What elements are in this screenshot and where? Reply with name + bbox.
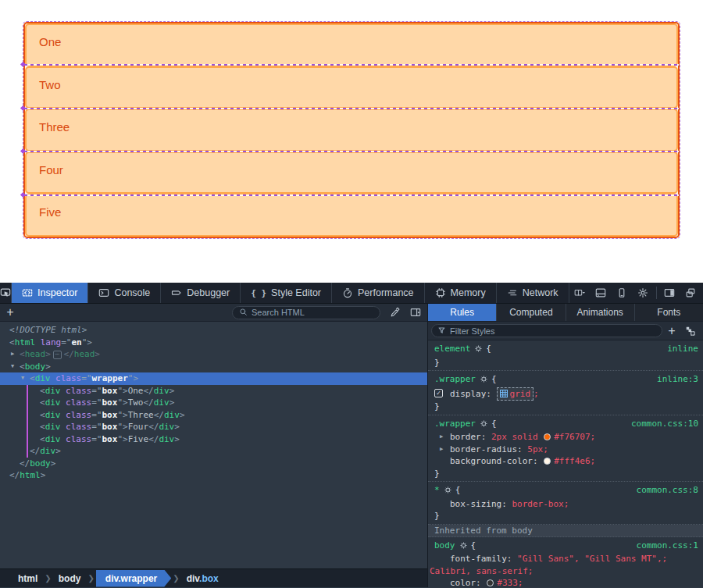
rule-gear-icon xyxy=(474,344,483,357)
css-property-name[interactable]: display: xyxy=(450,389,497,399)
color-swatch[interactable] xyxy=(487,579,494,586)
markup-line[interactable]: <!DOCTYPE html> xyxy=(0,324,427,337)
add-node-button[interactable]: + xyxy=(0,305,20,321)
inspector-icon xyxy=(22,287,33,298)
add-rule-icon[interactable]: + xyxy=(662,324,681,338)
element-picker-icon[interactable] xyxy=(0,283,12,303)
separate-window-icon[interactable] xyxy=(680,283,701,303)
markup-line[interactable]: <html lang="en"> xyxy=(0,337,427,349)
code-segment: > xyxy=(95,349,100,359)
code-segment: < xyxy=(9,337,15,347)
css-declaration[interactable]: color: #333; xyxy=(428,577,703,587)
rule-selector[interactable]: body xyxy=(434,540,455,551)
expand-shorthand-icon[interactable]: ▶ xyxy=(440,444,443,456)
css-value-wrapped[interactable]: Calibri, sans-serif; xyxy=(428,565,703,578)
css-value[interactable]: #f76707 xyxy=(554,432,590,442)
tab-performance[interactable]: Performance xyxy=(332,283,425,303)
markup-line[interactable]: <div class="box">One</div> xyxy=(0,385,427,397)
toggle-pseudo-classes-icon[interactable] xyxy=(681,326,700,337)
tab-network[interactable]: Network xyxy=(497,283,569,303)
markup-line[interactable]: <div class="box">Three</div> xyxy=(0,409,427,422)
breadcrumb-separator-icon: ❯ xyxy=(87,574,94,583)
css-value[interactable]: 2px solid xyxy=(491,432,543,442)
expand-arrow-icon[interactable]: ▼ xyxy=(21,372,24,385)
settings-gear-icon[interactable] xyxy=(633,283,654,303)
rule-selector[interactable]: * xyxy=(434,485,440,495)
collapsed-content-badge[interactable]: ⋯ xyxy=(53,351,62,359)
css-property-name[interactable]: font-family: xyxy=(450,554,517,564)
css-property-name[interactable]: box-sizing: xyxy=(450,499,512,509)
grid-highlight-toggle[interactable]: grid xyxy=(497,387,534,401)
filter-styles-input[interactable]: Filter Styles xyxy=(431,324,662,337)
markup-line[interactable]: <div class="box">Two</div> xyxy=(0,397,427,409)
markup-line[interactable]: </div> xyxy=(0,445,427,458)
declaration-checkbox[interactable]: ✓ xyxy=(434,389,443,397)
expand-shorthand-icon[interactable]: ▶ xyxy=(440,431,443,444)
markup-line[interactable]: ▼<body> xyxy=(0,361,427,373)
stylesheet-link[interactable]: common.css:10 xyxy=(631,418,698,430)
breadcrumb-item-div[interactable]: div.box xyxy=(180,573,226,584)
code-segment: < xyxy=(20,362,25,372)
rule-selector[interactable]: .wrapper xyxy=(434,374,476,384)
css-declaration[interactable]: ▶border-radius: 5px; xyxy=(428,444,703,456)
css-value[interactable]: #333 xyxy=(497,578,518,587)
code-segment: < xyxy=(30,373,35,383)
sidebar-tab-animations[interactable]: Animations xyxy=(566,304,635,321)
tab-memory[interactable]: Memory xyxy=(425,283,497,303)
color-swatch[interactable] xyxy=(544,458,551,465)
dock-side-icon[interactable] xyxy=(659,283,680,303)
stylesheet-link[interactable]: inline:3 xyxy=(657,373,698,386)
markup-line[interactable]: ▶<head>⋯</head> xyxy=(0,348,427,361)
css-declaration[interactable]: ▶border: 2px solid #f76707; xyxy=(428,431,703,444)
stylesheet-link[interactable]: common.css:1 xyxy=(637,540,698,552)
color-swatch[interactable] xyxy=(544,433,551,440)
css-value[interactable]: 5px xyxy=(527,444,543,454)
three-pane-toggle-icon[interactable] xyxy=(405,307,426,318)
code-segment: > xyxy=(170,386,175,396)
sidebar-tab-fonts[interactable]: Fonts xyxy=(635,304,703,321)
css-property-name[interactable]: border: xyxy=(450,432,491,442)
css-value[interactable]: #fff4e6 xyxy=(554,456,590,466)
css-declaration[interactable]: ✓display: grid; xyxy=(428,387,703,401)
markup-line[interactable]: <div class="box">Five</div> xyxy=(0,433,427,446)
markup-line-selected[interactable]: ▼<div class="wrapper"> xyxy=(0,372,427,385)
split-console-icon[interactable] xyxy=(591,283,612,303)
css-property-name[interactable]: background-color: xyxy=(450,456,543,466)
expand-arrow-icon[interactable]: ▶ xyxy=(11,348,14,361)
markup-line[interactable]: </html> xyxy=(0,469,427,482)
css-value[interactable]: grid xyxy=(510,389,531,399)
toolbar-separator xyxy=(656,287,657,299)
code-segment: box xyxy=(102,422,118,432)
breadcrumb-item-html[interactable]: html xyxy=(11,573,45,584)
breadcrumb-item-body[interactable]: body xyxy=(52,573,88,584)
child-guide-line xyxy=(27,421,28,433)
css-declaration[interactable]: box-sizing: border-box; xyxy=(428,498,703,511)
tab-debugger[interactable]: Debugger xyxy=(161,283,241,303)
tab-console[interactable]: Console xyxy=(88,283,161,303)
tab-inspector[interactable]: Inspector xyxy=(12,283,88,303)
search-html-input[interactable]: Search HTML xyxy=(232,306,380,319)
sidebar-tab-rules[interactable]: Rules xyxy=(428,304,497,321)
css-declaration[interactable]: font-family: "Gill Sans", "Gill Sans MT"… xyxy=(428,553,703,565)
css-property-name[interactable]: border-radius: xyxy=(450,444,527,454)
css-value[interactable]: border-box xyxy=(512,499,563,509)
css-rule: .wrapper{inline:3✓display: grid;} xyxy=(428,371,703,415)
rule-selector[interactable]: element xyxy=(434,344,470,354)
css-declaration[interactable]: background-color: #fff4e6; xyxy=(428,455,703,468)
tab-style-editor[interactable]: { }Style Editor xyxy=(241,283,332,303)
css-property-name[interactable]: color: xyxy=(450,578,486,587)
markup-line[interactable]: </body> xyxy=(0,458,427,470)
css-value[interactable]: "Gill Sans", "Gill Sans MT", xyxy=(517,554,662,564)
sidebar-tab-computed[interactable]: Computed xyxy=(497,304,566,321)
expand-arrow-icon[interactable]: ▼ xyxy=(11,361,14,373)
rule-selector[interactable]: .wrapper xyxy=(434,419,476,429)
markup-line[interactable]: <div class="box">Four</div> xyxy=(0,421,427,433)
eyedropper-icon[interactable] xyxy=(385,307,405,318)
responsive-design-icon[interactable] xyxy=(612,283,633,303)
split-view-icon[interactable] xyxy=(569,283,591,303)
stylesheet-link[interactable]: inline xyxy=(667,343,698,355)
code-segment: =" xyxy=(91,386,102,396)
code-segment: div xyxy=(45,422,61,432)
stylesheet-link[interactable]: common.css:8 xyxy=(637,484,698,497)
breadcrumb-item-div-wrapper[interactable]: div.wrapper xyxy=(96,570,171,587)
